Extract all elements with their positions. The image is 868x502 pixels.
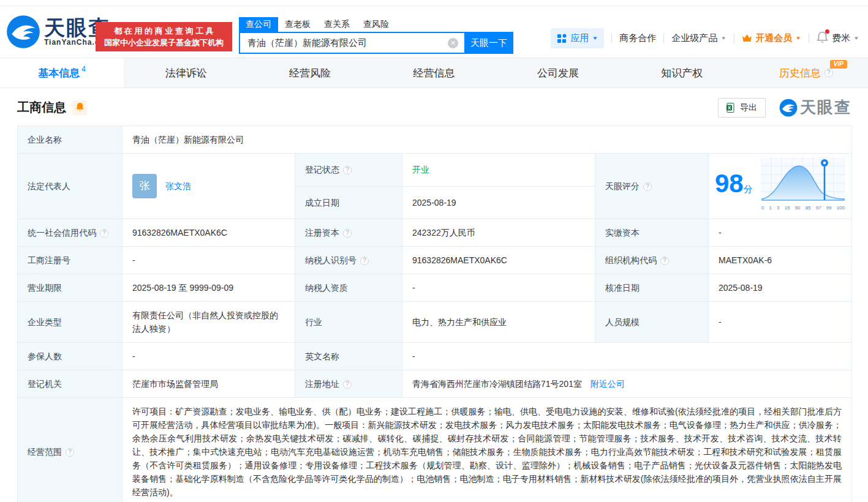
tab-operating-risk[interactable]: 经营风险: [248, 58, 372, 88]
org-code-label: 组织机构代码: [605, 255, 657, 265]
org-code-label-cell: 组织机构代码?: [595, 247, 709, 274]
tab-intellectual-property[interactable]: 知识产权: [620, 58, 744, 88]
score-distribution-chart: 01 315 5085 9799 100: [761, 157, 845, 215]
table-row: 参保人数 - 英文名称 -: [18, 343, 852, 370]
reg-capital-label: 注册资本: [305, 228, 339, 238]
org-code-value: MAETX0AK-6: [709, 247, 852, 274]
divider: [809, 34, 809, 43]
approval-date-value: 2025-08-19: [709, 274, 852, 302]
taxpayer-id-label: 纳税人识别号: [305, 255, 357, 265]
reg-status-value: 开业: [402, 154, 595, 187]
apps-label: 应用: [570, 32, 589, 44]
apps-menu[interactable]: 应用 ▼: [551, 28, 604, 48]
search-tab-relation[interactable]: 查关系: [317, 17, 357, 32]
paid-capital-value: -: [709, 219, 852, 247]
question-icon[interactable]: ?: [343, 166, 352, 174]
company-nav-tabs: 基本信息 4 法律诉讼 经营风险 经营信息 公司发展 知识产权 VIP 历史信息…: [0, 58, 868, 88]
tab-basic-info[interactable]: 基本信息 4: [0, 58, 124, 88]
reg-number-value: -: [123, 247, 295, 274]
promo-line2: 国家中小企业发展子基金旗下机构: [98, 37, 230, 48]
tab-company-development[interactable]: 公司发展: [496, 58, 620, 88]
top-strip: [0, 0, 868, 6]
tab-history-info[interactable]: VIP 历史信息 ?: [744, 58, 868, 88]
chevron-down-icon: ▼: [853, 36, 859, 41]
tab-legal-litigation[interactable]: 法律诉讼: [124, 58, 247, 88]
address-label: 注册地址: [305, 379, 339, 389]
table-row: 工商注册号 - 纳税人识别号? 91632826MAETX0AK6C 组织机构代…: [18, 247, 852, 274]
search-tab-risk[interactable]: 查风险: [357, 17, 396, 32]
score-cell[interactable]: 98分: [709, 154, 852, 219]
divider: [663, 34, 664, 43]
biz-term-label: 营业期限: [18, 274, 123, 302]
table-row: 登记机关 茫崖市市场监督管理局 注册地址? 青海省海西州茫崖市冷湖镇团结路71号…: [18, 370, 852, 398]
search-input[interactable]: [239, 32, 464, 54]
biz-coop-link[interactable]: 商务合作: [619, 32, 656, 44]
company-name-value: 青油（茫崖）新能源有限公司: [123, 126, 852, 154]
chevron-down-icon: ▼: [592, 36, 598, 41]
question-icon[interactable]: ?: [100, 229, 108, 238]
question-icon[interactable]: ?: [343, 380, 352, 389]
divider: [611, 34, 612, 43]
question-icon[interactable]: ?: [343, 229, 352, 238]
watermark-logo: 天眼查: [779, 97, 851, 118]
score-label: 天眼评分: [605, 181, 640, 191]
approval-date-label: 核准日期: [595, 274, 709, 302]
chevron-down-icon: ▼: [795, 36, 801, 41]
section-header: 工商信息 导出 天眼查: [17, 97, 851, 118]
vip-badge: VIP: [830, 60, 847, 69]
paid-capital-label: 实缴资本: [595, 219, 709, 247]
clear-search-icon[interactable]: ✕: [448, 38, 458, 48]
enterprise-menu[interactable]: 企业级产品 ▼: [671, 32, 726, 44]
industry-value: 电力、热力生产和供应业: [402, 302, 595, 343]
tab-operating-info[interactable]: 经营信息: [372, 58, 496, 88]
avatar[interactable]: 张: [132, 174, 157, 198]
question-icon[interactable]: ?: [660, 257, 669, 265]
search-tab-company[interactable]: 查公司: [239, 17, 278, 32]
export-label: 导出: [740, 102, 757, 113]
tab-history-info-label: 历史信息: [779, 66, 821, 80]
crown-icon: [742, 34, 752, 43]
apps-grid-icon: [557, 34, 567, 43]
table-row: 企业类型 有限责任公司（非自然人投资或控股的法人独资） 行业 电力、热力生产和供…: [18, 302, 852, 343]
tab-basic-info-label: 基本信息: [38, 66, 80, 80]
section-title: 工商信息: [17, 99, 66, 116]
taxpayer-quality-value: -: [402, 274, 595, 302]
question-icon[interactable]: ?: [825, 69, 833, 77]
tianyancha-logo-icon: [779, 99, 798, 117]
user-menu[interactable]: 费米 ▼: [832, 32, 859, 44]
main-content: 工商信息 导出 天眼查: [0, 97, 868, 502]
business-info-table: 企业名称 青油（茫崖）新能源有限公司 法定代表人 张 张文浩 登记状态? 开业 …: [17, 126, 852, 502]
notifications-bell[interactable]: [817, 31, 828, 45]
tianyancha-logo-icon: [6, 15, 40, 49]
question-icon[interactable]: ?: [643, 182, 652, 191]
table-row: 统一社会信用代码? 91632826MAETX0AK6C 注册资本? 24232…: [18, 219, 852, 247]
industry-label: 行业: [295, 302, 402, 343]
chevron-down-icon: ▼: [720, 36, 726, 41]
address-cell: 青海省海西州茫崖市冷湖镇团结路71号201室 附近公司: [402, 370, 852, 398]
uscc-label: 统一社会信用代码: [28, 228, 96, 238]
monitor-bell-button[interactable]: [72, 100, 87, 115]
taxpayer-id-label-cell: 纳税人识别号?: [295, 247, 402, 274]
chart-x-ticks: 01 315 5085 9799 100: [761, 201, 845, 215]
bell-icon: [76, 103, 84, 112]
establish-date-value: 2025-08-19: [402, 186, 595, 219]
score-value: 98分: [715, 177, 753, 196]
legal-rep-label: 法定代表人: [18, 154, 123, 219]
legal-rep-link[interactable]: 张文浩: [165, 179, 191, 193]
watermark-text: 天眼查: [800, 97, 851, 118]
vip-upgrade-link[interactable]: 开通会员 ▼: [742, 32, 801, 44]
search-tab-boss[interactable]: 查老板: [278, 17, 317, 32]
username: 费米: [832, 32, 850, 44]
table-row: 企业名称 青油（茫崖）新能源有限公司: [18, 126, 852, 154]
english-name-label: 英文名称: [295, 343, 402, 370]
nearby-companies-link[interactable]: 附近公司: [591, 379, 625, 389]
reg-status-label-cell: 登记状态?: [295, 154, 402, 187]
question-icon[interactable]: ?: [66, 448, 74, 457]
export-button[interactable]: 导出: [718, 98, 766, 118]
biz-scope-label: 经营范围: [28, 447, 62, 457]
biz-scope-value: 许可项目：矿产资源勘查；发电业务、输电业务、供（配）电业务；建设工程施工；供暖服…: [123, 398, 852, 502]
search-button[interactable]: 天眼一下: [464, 32, 513, 54]
establish-date-label: 成立日期: [295, 186, 402, 219]
table-row: 营业期限 2025-08-19 至 9999-09-09 纳税人资质 - 核准日…: [18, 274, 852, 302]
question-icon[interactable]: ?: [360, 257, 369, 265]
